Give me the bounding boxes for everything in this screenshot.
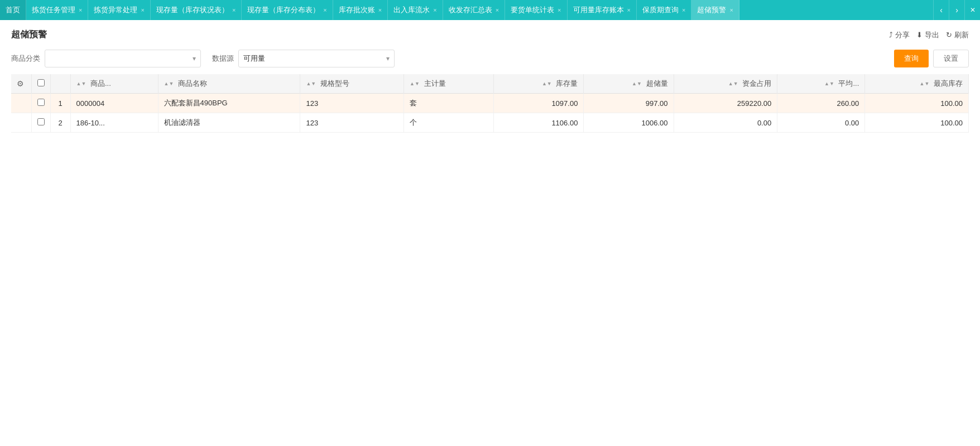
page-content: 超储预警 ⤴ 分享 ⬇ 导出 ↻ 刷新 商品分类 ▾ 数据源 (0, 20, 980, 446)
nav-item-order-stats[interactable]: 要货单统计表 × (505, 0, 567, 20)
nav-item-label: 收发存汇总表 (449, 5, 492, 15)
row-overstock: 997.00 (584, 94, 674, 113)
sort-max-stock: ▲▼ (920, 81, 930, 86)
sort-spec: ▲▼ (306, 81, 316, 86)
nav-item-label: 可用量库存账本 (573, 5, 624, 15)
nav-item-available-ledger[interactable]: 可用量库存账本 × (568, 0, 637, 20)
category-select[interactable]: ▾ (45, 50, 201, 67)
nav-close-icon[interactable]: × (496, 7, 499, 13)
nav-item-label: 拣货任务管理 (32, 5, 75, 15)
row-max-stock: 100.00 (865, 94, 969, 113)
category-label: 商品分类 (11, 54, 40, 64)
col-max-stock[interactable]: ▲▼ 最高库存 (865, 74, 969, 94)
nav-close-icon[interactable]: × (79, 7, 82, 13)
nav-item-batch-account[interactable]: 库存批次账 × (333, 0, 388, 20)
nav-item-label: 首页 (6, 5, 20, 15)
nav-close-icon[interactable]: × (558, 7, 561, 13)
nav-item-task-mgmt[interactable]: 拣货任务管理 × (26, 0, 88, 20)
col-product-name[interactable]: ▲▼ 商品名称 (158, 74, 300, 94)
nav-arrow-left[interactable]: ‹ (933, 0, 949, 20)
select-all-checkbox[interactable] (37, 79, 45, 86)
page-title: 超储预警 (11, 29, 47, 41)
row-product-code: 0000004 (70, 94, 158, 113)
nav-item-quality-check[interactable]: 保质期查询 × (637, 0, 691, 20)
nav-item-inventory-status[interactable]: 现存量（库存状况表） × (151, 0, 242, 20)
page-actions: ⤴ 分享 ⬇ 导出 ↻ 刷新 (889, 30, 969, 40)
nav-arrows: ‹ › ✕ (933, 0, 980, 20)
nav-item-recv-send[interactable]: 收发存汇总表 × (443, 0, 505, 20)
nav-close-icon[interactable]: × (627, 7, 631, 13)
sort-overstock: ▲▼ (632, 81, 642, 86)
export-icon: ⬇ (916, 31, 923, 39)
row-spec: 123 (300, 94, 404, 113)
nav-item-label: 拣货异常处理 (94, 5, 137, 15)
refresh-button[interactable]: ↻ 刷新 (946, 30, 969, 40)
category-select-arrow: ▾ (193, 55, 196, 62)
query-button[interactable]: 查询 (894, 50, 929, 67)
filter-actions: 查询 设置 (894, 50, 969, 67)
row-capital: 259220.00 (674, 94, 777, 113)
nav-close-icon[interactable]: × (729, 7, 733, 13)
sort-avg: ▲▼ (824, 81, 834, 86)
nav-close-icon[interactable]: × (141, 7, 144, 13)
row-index: 1 (50, 94, 70, 113)
nav-close-icon[interactable]: × (378, 7, 382, 13)
nav-close-icon[interactable]: × (433, 7, 436, 13)
row-unit: 个 (404, 113, 494, 133)
datasource-select-value: 可用量 (243, 54, 265, 64)
nav-item-label: 现存量（库存状况表） (156, 5, 229, 15)
settings-button[interactable]: 设置 (933, 50, 969, 67)
gear-icon[interactable]: ⚙ (17, 79, 24, 88)
nav-arrow-right[interactable]: › (949, 0, 964, 20)
share-icon: ⤴ (889, 31, 893, 39)
col-index-header (50, 74, 70, 94)
col-capital[interactable]: ▲▼ 资金占用 (674, 74, 777, 94)
nav-item-label: 超储预警 (697, 5, 726, 15)
nav-item-home[interactable]: 首页 (0, 0, 26, 20)
col-stock[interactable]: ▲▼ 库存量 (494, 74, 584, 94)
nav-item-inout-flow[interactable]: 出入库流水 × (388, 0, 443, 20)
nav-item-label: 现存量（库存分布表） (247, 5, 320, 15)
sort-unit: ▲▼ (410, 81, 420, 86)
col-unit[interactable]: ▲▼ 主计量 (404, 74, 494, 94)
export-button[interactable]: ⬇ 导出 (916, 30, 939, 40)
row-unit: 套 (404, 94, 494, 113)
row-avg: 0.00 (777, 113, 865, 133)
row-overstock: 1006.00 (584, 113, 674, 133)
datasource-filter: 数据源 可用量 ▾ (212, 50, 395, 67)
row-gear (11, 94, 31, 113)
datasource-select-arrow: ▾ (386, 55, 390, 62)
nav-close-icon[interactable]: × (232, 7, 236, 13)
row-product-name: 六配套新昌490BPG (158, 94, 300, 113)
sort-product-code: ▲▼ (76, 81, 87, 86)
row-max-stock: 100.00 (865, 113, 969, 133)
row-checkbox[interactable] (37, 118, 45, 125)
datasource-select[interactable]: 可用量 ▾ (238, 50, 395, 67)
nav-item-overstock-warning[interactable]: 超储预警 × (691, 0, 739, 20)
sort-capital: ▲▼ (728, 81, 738, 86)
col-product-code[interactable]: ▲▼ 商品... (70, 74, 158, 94)
col-spec[interactable]: ▲▼ 规格型号 (300, 74, 404, 94)
nav-item-label: 库存批次账 (339, 5, 375, 15)
datasource-label: 数据源 (212, 54, 234, 64)
filter-row: 商品分类 ▾ 数据源 可用量 ▾ 查询 设置 (11, 50, 969, 67)
col-overstock[interactable]: ▲▼ 超储量 (584, 74, 674, 94)
nav-item-inventory-dist[interactable]: 现存量（库存分布表） × (242, 0, 333, 20)
data-table: ⚙ ▲▼ 商品... ▲▼ 商品名称 ▲▼ 规格型号 (11, 74, 969, 133)
row-product-code: 186-10... (70, 113, 158, 133)
nav-close-icon[interactable]: × (682, 7, 685, 13)
row-spec: 123 (300, 113, 404, 133)
row-index: 2 (50, 113, 70, 133)
category-filter: 商品分类 ▾ (11, 50, 201, 67)
table-row: 2 186-10... 机油滤清器 123 个 1106.00 1006.00 … (11, 113, 969, 133)
row-product-name: 机油滤清器 (158, 113, 300, 133)
nav-item-abnormal[interactable]: 拣货异常处理 × (88, 0, 150, 20)
table-header-row: ⚙ ▲▼ 商品... ▲▼ 商品名称 ▲▼ 规格型号 (11, 74, 969, 94)
nav-arrow-close[interactable]: ✕ (964, 0, 980, 20)
col-avg[interactable]: ▲▼ 平均... (777, 74, 865, 94)
table-row: 1 0000004 六配套新昌490BPG 123 套 1097.00 997.… (11, 94, 969, 113)
row-checkbox[interactable] (37, 99, 45, 106)
top-navigation: 首页拣货任务管理 ×拣货异常处理 ×现存量（库存状况表） ×现存量（库存分布表）… (0, 0, 980, 20)
share-button[interactable]: ⤴ 分享 (889, 30, 910, 40)
nav-close-icon[interactable]: × (323, 7, 326, 13)
